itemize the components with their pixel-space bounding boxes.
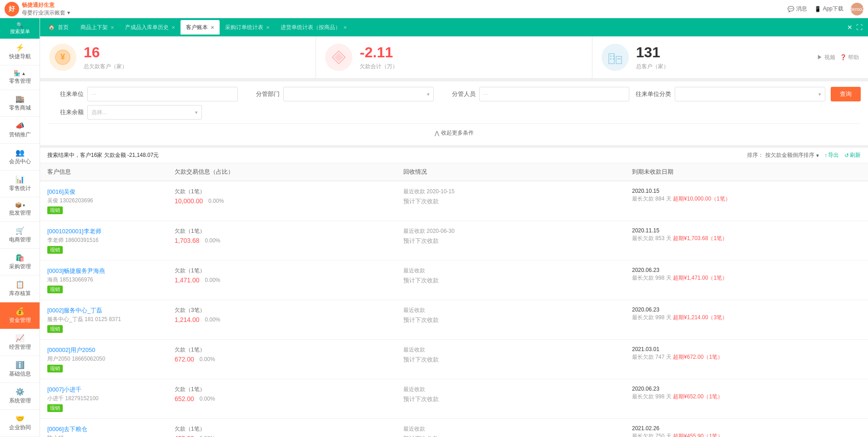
- filter-select-category[interactable]: ▾: [675, 87, 825, 101]
- retail-stats-icon: 📊: [15, 175, 25, 184]
- overdue-link-5[interactable]: 超期¥672.00（1笔）: [673, 354, 723, 360]
- overdue-link-7[interactable]: 超期¥455.90（1笔）: [673, 433, 723, 437]
- sidebar-item-inventory[interactable]: 📋 库存核算: [0, 276, 40, 302]
- customer-name-link-4[interactable]: [0002]服务中心_丁磊: [47, 307, 102, 314]
- tab-purchase-order[interactable]: 采购订单统计表 ✕: [220, 20, 275, 35]
- stat-top-right: ▶ 视频 ❓ 帮助: [817, 54, 859, 61]
- latest-payment-4: 最近收款: [403, 307, 425, 313]
- col-header-customer: 客户信息: [47, 168, 175, 176]
- customer-name-link-3[interactable]: [0003]畅捷服务尹海燕: [47, 267, 105, 274]
- debt-cell-3: 欠款（1笔） 1,471.00 0.00%: [175, 265, 403, 286]
- customer-name-link-1[interactable]: [0016]吴俊: [47, 188, 75, 195]
- user-area[interactable]: demo2: [851, 3, 863, 15]
- debt-cell-1: 欠款（1笔） 10,000.00 0.00%: [175, 186, 403, 206]
- tab-purchase-order-close[interactable]: ✕: [266, 25, 270, 30]
- tab-purchase-stats-close[interactable]: ✕: [343, 25, 347, 30]
- sidebar-item-retail-mgmt[interactable]: 🏪 ▲ 零售管理: [0, 65, 40, 90]
- col-header-debt: 欠款交易信息（占比）: [175, 168, 403, 176]
- recovery-cell-4: 最近收款 预计下次收款: [403, 305, 632, 326]
- tab-product-history[interactable]: 产成品入库单历史 ✕: [120, 20, 181, 35]
- sidebar-item-basic-info[interactable]: ℹ️ 基础信息: [0, 356, 40, 383]
- sidebar-item-label: 企业协同: [9, 424, 31, 432]
- query-button[interactable]: 查询: [831, 87, 861, 101]
- diamond-icon: [331, 49, 347, 65]
- message-btn[interactable]: 💬 消息: [788, 5, 807, 13]
- sidebar-item-ops-mgmt[interactable]: 📈 经营管理: [0, 329, 40, 356]
- sidebar-item-marketing[interactable]: 📣 营销推广: [0, 117, 40, 144]
- sidebar-search[interactable]: 🔍 搜索菜单: [0, 18, 40, 39]
- tab-home-label: 首页: [58, 24, 69, 31]
- sort-control[interactable]: 排序： 按欠款金额倒序排序 ▾: [747, 151, 819, 159]
- sidebar-item-retail-mall[interactable]: 🏬 零售商城: [0, 90, 40, 117]
- logo-area: 好 畅捷通好生意 母婴行业演示账套 ▾: [5, 1, 70, 17]
- overdue-link-2[interactable]: 超期¥1,703.68（1笔）: [673, 235, 728, 241]
- video-icon: ▶: [817, 54, 823, 60]
- sidebar-item-sys-mgmt[interactable]: ⚙️ 系统管理: [0, 383, 40, 410]
- expand-icon[interactable]: ⛶: [856, 24, 863, 31]
- debt-cell-2: 欠款（1笔） 1,703.68 0.00%: [175, 226, 403, 246]
- overdue-link-1[interactable]: 超期¥10,000.00（1笔）: [673, 196, 731, 202]
- sidebar-item-purchase[interactable]: 🛍️ 采购管理: [0, 249, 40, 276]
- member-icon: 👥: [15, 148, 25, 157]
- tab-customer-account-close[interactable]: ✕: [211, 25, 214, 30]
- avatar: demo2: [851, 3, 863, 15]
- max-days-3: 最长欠款 998 天 超期¥1,471.00（1笔）: [632, 274, 861, 282]
- sidebar-item-member[interactable]: 👥 会员中心: [0, 144, 40, 171]
- filter-select-balance[interactable]: 选择... ▾: [87, 105, 202, 120]
- sidebar-item-retail-stats[interactable]: 📊 零售统计: [0, 171, 40, 197]
- app-name: 畅捷通好生意: [22, 1, 70, 9]
- overdue-link-6[interactable]: 超期¥652.00（1笔）: [673, 393, 723, 400]
- debt-ratio-5: 0.00%: [200, 356, 215, 362]
- sidebar-item-ecom-mgmt[interactable]: 🛒 电商管理: [0, 222, 40, 249]
- export-btn[interactable]: ↑ 导出: [824, 151, 839, 159]
- company-selector[interactable]: 母婴行业演示账套 ▾: [22, 9, 70, 17]
- sidebar-item-enterprise[interactable]: 🤝 企业协同: [0, 410, 40, 437]
- customer-name-link-6[interactable]: [0007]小进千: [47, 386, 81, 393]
- max-days-1: 最长欠款 884 天 超期¥10,000.00（1笔）: [632, 195, 861, 203]
- max-days-2: 最长欠款 853 天 超期¥1,703.68（1笔）: [632, 235, 861, 242]
- recovery-cell-6: 最近收款 预计下次收款: [403, 384, 632, 405]
- close-all-icon[interactable]: ✕: [847, 24, 853, 31]
- sidebar-item-finance[interactable]: 💰 资金管理: [0, 302, 40, 329]
- sys-icon: ⚙️: [15, 387, 25, 396]
- overdue-link-3[interactable]: 超期¥1,471.00（1笔）: [673, 275, 728, 281]
- recovery-cell-3: 最近收款 预计下次收款: [403, 265, 632, 286]
- tabs-right-actions: ✕ ⛶: [847, 24, 866, 31]
- tab-product-onsale[interactable]: 商品上下架 ✕: [75, 20, 120, 35]
- collapse-btn[interactable]: ⋀ 收起更多条件: [47, 126, 861, 140]
- sidebar-item-quick-nav[interactable]: ⚡ 快捷导航: [0, 39, 40, 65]
- sidebar-item-label: 营销推广: [9, 131, 31, 139]
- filter-item-manager: 分管人员 ···: [439, 87, 630, 101]
- table-row: [000002]用户2050 用户2050 18665062050 现销 欠款（…: [40, 340, 868, 379]
- balance-dropdown-icon: ▾: [195, 110, 198, 116]
- svg-rect-8: [610, 58, 612, 60]
- sidebar-item-label: 基础信息: [9, 370, 31, 378]
- filter-input-unit[interactable]: ···: [87, 87, 238, 101]
- overdue-link-4[interactable]: 超期¥1,214.00（3笔）: [673, 314, 728, 321]
- enterprise-icon: 🤝: [15, 414, 25, 423]
- tab-customer-account[interactable]: 客户账本 ✕: [181, 20, 220, 35]
- tab-product-onsale-close[interactable]: ✕: [110, 25, 114, 30]
- filter-input-manager[interactable]: ···: [479, 87, 630, 101]
- svg-rect-5: [616, 56, 622, 64]
- sidebar-item-batch-mgmt[interactable]: 📦 ▾ 批发管理: [0, 197, 40, 222]
- app-download-btn[interactable]: 📱 App下载: [814, 5, 843, 13]
- filter-select-dept[interactable]: ▾: [283, 87, 434, 101]
- help-icon: ❓: [840, 54, 847, 60]
- customer-name-link-2[interactable]: [0001020001]李老师: [47, 228, 101, 235]
- company-dropdown-icon: ▾: [67, 10, 70, 16]
- tab-home[interactable]: 🏠 首页: [42, 20, 75, 35]
- help-btn[interactable]: ❓ 帮助: [840, 54, 859, 61]
- tab-product-history-close[interactable]: ✕: [171, 25, 175, 30]
- ops-icon: 📈: [15, 334, 25, 342]
- building-icon: [607, 49, 623, 65]
- customer-name-link-7[interactable]: [0006]去下粮仓: [47, 426, 87, 432]
- video-btn[interactable]: ▶ 视频: [817, 54, 835, 61]
- tab-purchase-stats[interactable]: 进货单统计表（按商品） ✕: [275, 20, 352, 35]
- latest-payment-5: 最近收款: [403, 347, 425, 353]
- sidebar: 🔍 搜索菜单 ⚡ 快捷导航 🏪 ▲ 零售管理 🏬 零售商城 📣 营销推广 👥 会…: [0, 18, 40, 437]
- customer-name-link-5[interactable]: [000002]用户2050: [47, 347, 95, 353]
- debt-amount-1: 10,000.00: [175, 197, 203, 205]
- refresh-btn[interactable]: ↺ 刷新: [844, 151, 861, 159]
- customer-phone-5: 用户2050 18665062050: [47, 355, 175, 363]
